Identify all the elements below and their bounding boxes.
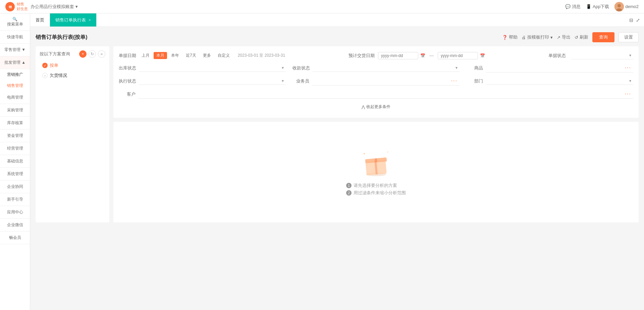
collapse-chevron-icon: ⋀ — [362, 105, 365, 109]
filter-out-status: 出库状态 ▾ — [119, 63, 286, 72]
date-tab-custom[interactable]: 自定义 — [215, 52, 232, 59]
refresh-btn[interactable]: ↺ 刷新 — [575, 34, 588, 40]
salesman-select[interactable]: ··· — [312, 76, 460, 86]
download-icon: 📱 — [586, 4, 591, 9]
sidebar-item-operations[interactable]: 经营管理 — [0, 142, 30, 155]
date-tab-thismonth[interactable]: 本月 — [154, 52, 167, 59]
sidebar-item-ecommerce[interactable]: 电商管理 — [0, 91, 30, 104]
left-panel-icons: + ↻ « — [79, 50, 105, 58]
exec-status-select[interactable]: ▾ — [139, 77, 286, 85]
query-button[interactable]: 查询 — [592, 32, 614, 42]
tab-sales-order[interactable]: 销售订单执行表 × — [50, 13, 97, 27]
goods-dots-icon[interactable]: ··· — [625, 65, 631, 71]
empty-line-1: 1 请先选择要分析的方案 — [346, 183, 406, 189]
sidebar-item-wechat[interactable]: 企业微信 — [0, 219, 30, 231]
date-tab-7days[interactable]: 近7天 — [183, 52, 199, 59]
sidebar-item-appcenter[interactable]: 应用中心 — [0, 206, 30, 219]
main-inner: 按以下方案查询 + ↻ « — [36, 46, 639, 222]
date-tab-thisyear[interactable]: 本年 — [168, 52, 182, 59]
exec-status-arrow-icon: ▾ — [282, 79, 284, 83]
empty-line-2: 2 用过滤条件来缩小分析范围 — [346, 190, 406, 196]
date-filter-row: 单据日期 上月 本月 本年 近7天 更多 自定义 2023-03-01 至 20… — [119, 52, 633, 59]
tab-home[interactable]: 首页 — [30, 13, 50, 27]
sidebar-item-marketing[interactable]: 营销推广 — [0, 69, 30, 80]
sidebar-item-collab[interactable]: 企业协同 — [0, 180, 30, 193]
dept-select[interactable]: ▾ — [486, 77, 633, 85]
refresh-icon: ↺ — [575, 35, 578, 40]
sidebar-item-retail[interactable]: 零售管理 ▼ — [0, 44, 30, 56]
order-status-select[interactable]: ▾ — [571, 52, 633, 59]
right-section: 单据日期 上月 本月 本年 近7天 更多 自定义 2023-03-01 至 20… — [113, 46, 639, 222]
message-btn[interactable]: 💬 消息 — [565, 4, 581, 10]
plan-dot-active: ✓ — [42, 63, 48, 68]
date-tab-lastmonth[interactable]: 上月 — [139, 52, 152, 59]
grid-filters-row1: 出库状态 ▾ 收款状态 ▾ — [119, 63, 633, 72]
date-tab-more[interactable]: 更多 — [200, 52, 214, 59]
export-btn[interactable]: ↗ 导出 — [557, 34, 571, 40]
filter-receive-status: 收款状态 ▾ — [292, 63, 460, 72]
calendar-end-icon[interactable]: 📅 — [480, 53, 485, 58]
left-panel: 按以下方案查询 + ↻ « — [36, 46, 109, 222]
salesman-label: 业务员 — [292, 78, 309, 84]
filter-salesman: 业务员 ··· — [292, 76, 460, 86]
date-range-text: 2023-03-01 至 2023-03-31 — [238, 53, 285, 58]
tab-expand-area: ⊟ ⤢ — [625, 13, 644, 27]
out-status-select[interactable]: ▾ — [139, 64, 286, 72]
sidebar-item-inventory[interactable]: 库存核算 — [0, 117, 30, 130]
customer-label: 客户 — [119, 91, 136, 97]
expected-date-end-wrap: 📅 — [438, 52, 485, 59]
left-panel-header: 按以下方案查询 + ↻ « — [40, 50, 105, 58]
grid-filters-row2: 执行状态 ▾ 业务员 ··· — [119, 76, 633, 86]
sidebar-item-finance[interactable]: 资金管理 — [0, 130, 30, 142]
sidebar-item-guide[interactable]: 新手引导 — [0, 193, 30, 206]
expected-date-start-input[interactable] — [378, 52, 418, 59]
app-download-btn[interactable]: 📱 App下载 — [586, 4, 609, 10]
empty-num-1: 1 — [346, 183, 352, 188]
app-selector[interactable]: 办公用品行业模拟账套 ▾ — [31, 4, 78, 10]
collapse-panel-btn[interactable]: « — [98, 50, 105, 58]
goods-select[interactable]: ··· — [486, 63, 633, 72]
sidebar-item-search[interactable]: 🔍 搜索菜单 — [0, 13, 30, 31]
minimize-icon[interactable]: ⊟ — [629, 17, 633, 23]
chevron-down-icon: ▾ — [75, 4, 78, 9]
expand-icon[interactable]: ⤢ — [636, 17, 640, 23]
empty-lines: 1 请先选择要分析的方案 2 用过滤条件来缩小分析范围 — [346, 183, 406, 197]
refresh-plan-btn[interactable]: ↻ — [89, 50, 96, 58]
logo-icon: 销 — [5, 2, 15, 11]
add-plan-btn[interactable]: + — [79, 50, 87, 58]
expected-date-end-input[interactable] — [438, 52, 478, 59]
receive-status-label: 收款状态 — [292, 65, 310, 71]
sidebar-item-member[interactable]: 畅会员 — [0, 231, 30, 244]
svg-point-10 — [364, 153, 365, 154]
user-menu[interactable]: demo2 — [614, 2, 639, 11]
sidebar-item-basic[interactable]: 基础信息 — [0, 155, 30, 168]
sidebar: 🔍 搜索菜单 快捷导航 零售管理 ▼ 批发管理 ▲ 营销推广 销售管理 电商管理… — [0, 13, 30, 310]
content-area: 首页 销售订单执行表 × ⊟ ⤢ 销售订单执行表(按单) ❓ 帮助 — [30, 13, 644, 310]
date-separator: — — [429, 53, 434, 58]
tab-close-icon[interactable]: × — [89, 18, 91, 22]
receive-status-select[interactable]: ▾ — [313, 64, 460, 72]
expected-date-label: 预计交货日期 — [348, 53, 375, 59]
goods-label: 商品 — [466, 65, 483, 71]
sidebar-item-system[interactable]: 系统管理 — [0, 168, 30, 180]
settings-button[interactable]: 设置 — [619, 32, 639, 42]
sidebar-item-sales[interactable]: 销售管理 — [0, 80, 30, 91]
svg-point-3 — [618, 4, 621, 7]
salesman-dots-icon[interactable]: ··· — [451, 78, 458, 84]
data-area: 1 请先选择要分析的方案 2 用过滤条件来缩小分析范围 — [113, 122, 639, 222]
print-btn[interactable]: 🖨 按模板打印 ▾ — [522, 34, 553, 40]
sidebar-item-quicknav[interactable]: 快捷导航 — [0, 31, 30, 44]
sidebar-item-purchase[interactable]: 采购管理 — [0, 104, 30, 117]
plan-item-shortage[interactable]: ○ 欠货情况 — [40, 70, 105, 81]
plan-item-order[interactable]: ✓ 按单 — [40, 60, 105, 70]
svg-point-11 — [387, 152, 388, 153]
customer-select[interactable]: ··· — [138, 90, 633, 99]
svg-point-12 — [384, 157, 385, 157]
sidebar-item-wholesale[interactable]: 批发管理 ▲ — [0, 56, 30, 69]
help-btn[interactable]: ❓ 帮助 — [502, 34, 518, 40]
collapse-bar[interactable]: ⋀ 收起更多条件 — [119, 101, 633, 112]
calendar-start-icon[interactable]: 📅 — [420, 53, 425, 58]
receive-status-arrow-icon: ▾ — [455, 65, 458, 70]
customer-dots-icon[interactable]: ··· — [625, 91, 631, 97]
filter-exec-status: 执行状态 ▾ — [119, 76, 286, 86]
